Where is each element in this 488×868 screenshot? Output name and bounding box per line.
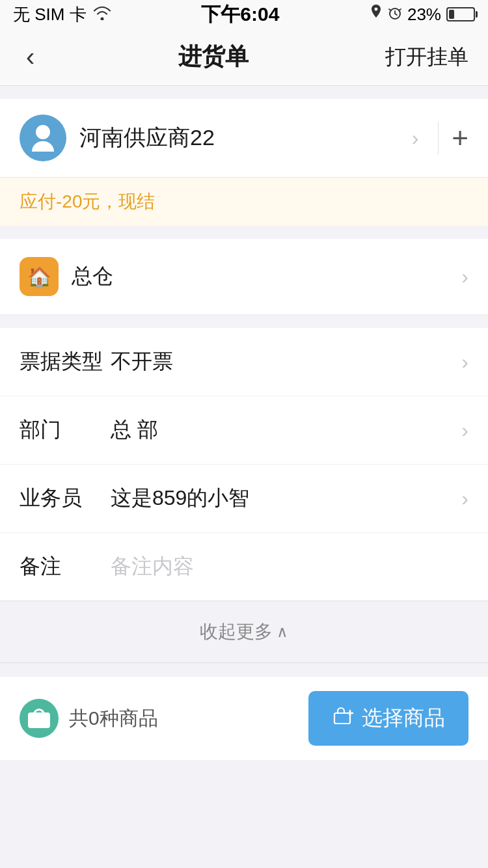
supplier-name: 河南供应商22	[79, 123, 412, 153]
invoice-label: 票据类型	[20, 347, 104, 376]
supplier-card: 河南供应商22 › + 应付-20元，现结	[0, 99, 488, 226]
notice-bar: 应付-20元，现结	[0, 177, 488, 226]
battery-icon	[446, 7, 475, 21]
product-bag-icon	[20, 699, 59, 738]
form-section: 票据类型 不开票 › 部门 总 部 › 业务员 这是859的小智 › 备注 备注…	[0, 328, 488, 601]
status-left: 无 SIM 卡	[13, 3, 111, 26]
warehouse-chevron-icon: ›	[461, 265, 468, 289]
supplier-row[interactable]: 河南供应商22 › +	[0, 99, 488, 177]
invoice-chevron-icon: ›	[461, 350, 468, 374]
invoice-row[interactable]: 票据类型 不开票 ›	[0, 328, 488, 396]
staff-label: 业务员	[20, 484, 104, 513]
staff-chevron-icon: ›	[461, 487, 468, 511]
bag-shape	[28, 709, 50, 728]
bottom-bar: 共0种商品 选择商品	[0, 676, 488, 760]
alarm-icon	[388, 5, 402, 25]
collapse-arrow-icon: ∧	[277, 623, 288, 641]
warehouse-row[interactable]: 🏠 总仓 ›	[0, 239, 488, 315]
staff-row[interactable]: 业务员 这是859的小智 ›	[0, 465, 488, 533]
location-icon	[370, 5, 383, 25]
nav-bar: ‹ 进货单 打开挂单	[0, 29, 488, 86]
dept-value: 总 部	[111, 416, 461, 444]
warehouse-label: 总仓	[72, 262, 461, 291]
dept-row[interactable]: 部门 总 部 ›	[0, 396, 488, 465]
product-count-text: 共0种商品	[69, 705, 158, 732]
top-divider	[0, 86, 488, 99]
staff-value: 这是859的小智	[111, 484, 461, 513]
supplier-chevron-icon: ›	[412, 126, 419, 150]
status-right: 23%	[370, 5, 475, 25]
status-time: 下午6:04	[201, 1, 279, 28]
status-bar: 无 SIM 卡 下午6:04 23%	[0, 0, 488, 29]
page-title: 进货单	[178, 41, 249, 73]
collapse-label: 收起更多	[200, 619, 273, 644]
carrier-text: 无 SIM 卡	[13, 3, 87, 26]
battery-percentage: 23%	[407, 5, 441, 25]
svg-rect-1	[334, 713, 350, 724]
select-product-button[interactable]: 选择商品	[308, 691, 468, 746]
add-supplier-button[interactable]: +	[452, 122, 468, 154]
empty-area	[0, 760, 488, 868]
notice-text: 应付-20元，现结	[20, 191, 155, 211]
remark-label: 备注	[20, 552, 104, 581]
product-count-area: 共0种商品	[20, 699, 158, 738]
dept-chevron-icon: ›	[461, 418, 468, 442]
divider-3	[0, 315, 488, 328]
divider-2	[0, 226, 488, 239]
select-btn-label: 选择商品	[362, 704, 445, 733]
house-icon: 🏠	[27, 265, 51, 288]
warehouse-icon-bg: 🏠	[20, 257, 59, 296]
remark-input[interactable]: 备注内容	[111, 552, 468, 581]
dept-label: 部门	[20, 416, 104, 444]
cart-add-icon	[332, 707, 355, 731]
collapse-row[interactable]: 收起更多 ∧	[0, 601, 488, 663]
divider	[438, 122, 439, 154]
open-pending-button[interactable]: 打开挂单	[385, 43, 468, 72]
wifi-icon	[93, 5, 111, 25]
remark-row[interactable]: 备注 备注内容	[0, 533, 488, 601]
supplier-avatar	[20, 115, 66, 161]
back-button[interactable]: ‹	[20, 36, 41, 78]
avatar-person-icon	[30, 125, 56, 151]
invoice-value: 不开票	[111, 347, 461, 376]
